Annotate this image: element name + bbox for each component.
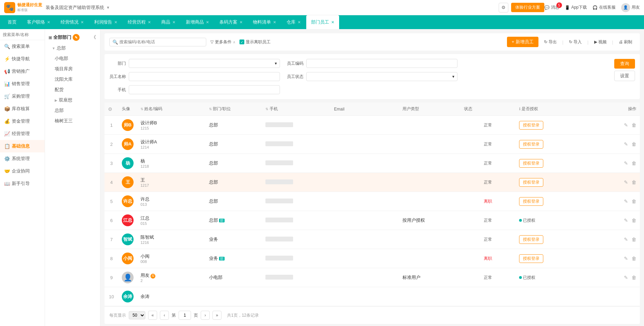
delete-icon[interactable]: 🗑	[632, 256, 636, 261]
edit-icon[interactable]: ✎	[624, 122, 628, 128]
prev-page-btn[interactable]: ‹	[160, 311, 169, 320]
sidebar-item-basic[interactable]: 📋基础信息	[0, 140, 45, 152]
page-number-input[interactable]	[179, 311, 191, 320]
nav-tab-利润报告[interactable]: 利润报告✕	[89, 15, 122, 29]
page-size-select[interactable]: 50	[129, 311, 145, 319]
nav-tab-新增商品[interactable]: 新增商品✕	[181, 15, 214, 29]
last-page-btn[interactable]: »	[212, 311, 221, 320]
auth-login-btn[interactable]: 授权登录	[519, 121, 543, 130]
close-icon[interactable]: ✕	[114, 20, 117, 25]
sidebar-item-collab[interactable]: 🤝企业协同	[0, 165, 45, 177]
close-icon[interactable]: ✕	[298, 20, 301, 25]
edit-icon[interactable]: ✎	[624, 160, 628, 166]
show-resigned-filter[interactable]: ✓ 显示离职员工	[239, 39, 271, 45]
nav-tab-仓库[interactable]: 仓库✕	[282, 15, 306, 29]
dept-item-peihuo[interactable]: 配货	[48, 85, 100, 95]
auth-login-btn[interactable]: 授权登录	[519, 235, 543, 244]
edit-icon[interactable]: ✎	[624, 218, 628, 223]
search-input[interactable]	[119, 39, 203, 44]
dept-tree-item-zongbu[interactable]: ▼ 总部	[45, 43, 100, 53]
emp-name-input[interactable]	[129, 72, 280, 81]
delete-icon[interactable]: 🗑	[632, 160, 636, 166]
dept-item-xiaodian[interactable]: 小电部	[48, 53, 100, 64]
edit-icon[interactable]: ✎	[624, 141, 628, 147]
delete-icon[interactable]: 🗑	[632, 141, 636, 147]
delete-icon[interactable]: 🗑	[632, 199, 636, 204]
sidebar-item-guide[interactable]: 📖新手引导	[0, 177, 45, 190]
settings-gear-btn[interactable]: ⚙	[499, 3, 508, 12]
close-icon[interactable]: ✕	[47, 20, 50, 25]
auth-login-btn[interactable]: 授权登录	[519, 254, 543, 263]
sort-icon-phone[interactable]: ⇅	[265, 107, 268, 111]
close-icon[interactable]: ✕	[206, 20, 209, 25]
video-btn[interactable]: ▶ 视频	[591, 38, 609, 46]
nav-tab-条码方案[interactable]: 条码方案✕	[215, 15, 247, 29]
dept-item-shuangzuo[interactable]: ▶双座想	[48, 95, 100, 105]
nav-tab-物料清单[interactable]: 物料清单✕	[248, 15, 281, 29]
edit-icon[interactable]: ✎	[624, 237, 628, 242]
nav-tab-首页[interactable]: 首页	[3, 15, 21, 29]
sort-icon-name[interactable]: ⇅	[140, 107, 143, 111]
sidebar-item-inventory[interactable]: 📦库存核算	[0, 103, 45, 115]
delete-icon[interactable]: 🗑	[632, 237, 636, 242]
nav-tab-经营历程[interactable]: 经营历程✕	[123, 15, 156, 29]
edit-icon[interactable]: ✎	[624, 256, 628, 261]
dept-edit-icon[interactable]: ✎	[73, 34, 80, 41]
close-icon[interactable]: ✕	[273, 20, 276, 25]
sidebar-search[interactable]: 🔍	[0, 29, 45, 40]
dept-select[interactable]: ▾	[129, 59, 280, 68]
delete-icon[interactable]: 🗑	[632, 218, 636, 223]
sidebar-item-sales[interactable]: 📊销售管理	[0, 78, 45, 90]
delete-icon[interactable]: 🗑	[632, 275, 636, 280]
next-page-btn[interactable]: ›	[201, 311, 210, 320]
import-btn[interactable]: ↻ 导入	[566, 38, 584, 46]
sidebar-item-search[interactable]: 🔍搜索菜单	[0, 40, 45, 53]
settings-gear-icon[interactable]: ⚙	[108, 106, 112, 112]
auth-login-btn[interactable]: 授权登录	[519, 197, 543, 206]
nav-tab-客户联络[interactable]: 客户联络✕	[22, 15, 55, 29]
dept-item-zongbu-sub[interactable]: 总部	[48, 105, 100, 116]
user-avatar-btn[interactable]: 👤 用友	[621, 3, 640, 12]
phone-input[interactable]	[129, 85, 280, 94]
settings-action-btn[interactable]: 设置	[614, 71, 635, 81]
sidebar-item-finance[interactable]: 💰资金管理	[0, 115, 45, 127]
close-icon[interactable]: ✕	[331, 20, 334, 25]
dept-item-xiangmu[interactable]: 项目库房	[48, 64, 100, 74]
sidebar-item-marketing[interactable]: 📢营销推广	[0, 65, 45, 78]
service-btn[interactable]: 🎧 在线客服	[592, 5, 616, 10]
emp-code-input[interactable]	[306, 59, 457, 68]
first-page-btn[interactable]: «	[148, 311, 157, 320]
export-btn[interactable]: ↻ 导出	[541, 38, 560, 46]
trial-button[interactable]: 体验行业方案	[511, 3, 544, 12]
sidebar-item-purchase[interactable]: 🛒采购管理	[0, 90, 45, 103]
resigned-checkbox[interactable]: ✓	[239, 39, 244, 44]
auth-login-btn[interactable]: 授权登录	[519, 178, 543, 187]
sort-icon-dept[interactable]: ⇅	[209, 107, 212, 111]
dept-item-shenyang[interactable]: 沈阳大库	[48, 74, 100, 85]
sidebar-item-quick[interactable]: ⚡快捷导航	[0, 53, 45, 65]
nav-tab-商品[interactable]: 商品✕	[156, 15, 180, 29]
print-btn[interactable]: 🖨 刷制	[616, 38, 635, 46]
nav-tab-部门员工[interactable]: 部门员工✕	[306, 15, 339, 29]
close-icon[interactable]: ✕	[239, 20, 243, 25]
add-employee-btn[interactable]: + 新增员工	[507, 37, 538, 47]
dept-collapse-btn[interactable]: 《	[90, 34, 97, 41]
search-wrap[interactable]: 🔍	[109, 38, 206, 46]
search-action-btn[interactable]: 查询	[614, 59, 635, 69]
th-phone[interactable]: ⇅ 手机	[262, 103, 330, 116]
th-name[interactable]: ⇅ 姓名/编码	[137, 103, 206, 116]
system-title-arrow[interactable]: ▾	[107, 5, 109, 10]
edit-icon[interactable]: ✎	[624, 199, 628, 204]
auth-login-btn[interactable]: 授权登录	[519, 159, 543, 168]
dept-item-nanshu[interactable]: 楠树王三	[48, 116, 100, 126]
more-conditions-btn[interactable]: ▽ 更多条件 ∧	[210, 39, 235, 45]
sidebar-search-input[interactable]	[3, 32, 45, 37]
auth-login-btn[interactable]: 授权登录	[519, 140, 543, 149]
th-settings[interactable]: ⚙	[105, 103, 118, 116]
edit-icon[interactable]: ✎	[624, 179, 628, 185]
status-select[interactable]: ▾	[306, 72, 457, 81]
close-icon[interactable]: ✕	[81, 20, 84, 25]
delete-icon[interactable]: 🗑	[632, 122, 636, 128]
sidebar-item-system[interactable]: ⚙️系统管理	[0, 152, 45, 165]
nav-tab-经营情况[interactable]: 经营情况✕	[56, 15, 89, 29]
